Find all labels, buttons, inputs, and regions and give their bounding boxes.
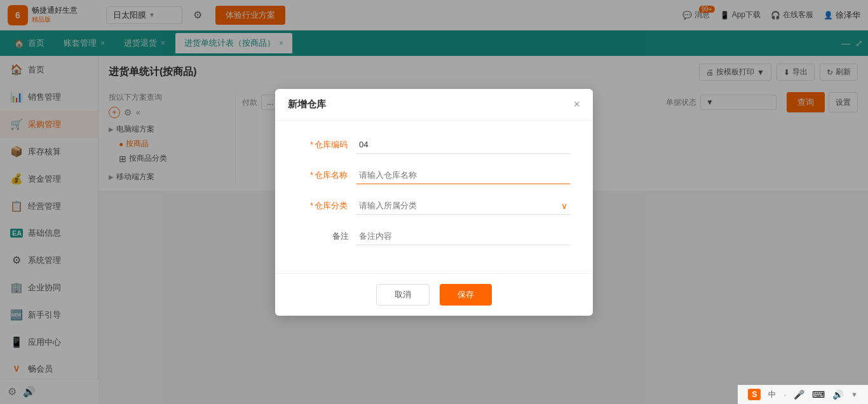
form-row-name: *仓库名称 [298, 166, 570, 184]
dot-separator: · [783, 390, 786, 400]
category-label: *仓库分类 [298, 200, 349, 212]
cancel-button[interactable]: 取消 [376, 284, 430, 306]
note-label: 备注 [298, 231, 349, 242]
dropdown-arrow-icon[interactable]: ▼ [851, 391, 858, 398]
name-input[interactable] [356, 166, 570, 184]
category-input[interactable] [356, 197, 570, 215]
dialog-footer: 取消 保存 [275, 273, 593, 316]
modal-overlay[interactable]: 新增仓库 × *仓库编码 *仓库名称 *仓库分类 [0, 0, 868, 404]
dialog-header: 新增仓库 × [275, 89, 593, 121]
code-input[interactable] [356, 136, 570, 154]
category-select-wrap: ∨ [356, 197, 570, 215]
chinese-input-icon[interactable]: 中 [768, 389, 776, 400]
note-input[interactable] [356, 227, 570, 245]
form-row-category: *仓库分类 ∨ [298, 197, 570, 215]
name-label: *仓库名称 [298, 170, 349, 181]
dialog-body: *仓库编码 *仓库名称 *仓库分类 ∨ [275, 121, 593, 273]
mic-icon[interactable]: 🎤 [794, 389, 804, 400]
save-button[interactable]: 保存 [440, 284, 492, 306]
keyboard-icon[interactable]: ⌨ [812, 389, 825, 400]
shuang-icon: S [748, 389, 761, 400]
dialog-title: 新增仓库 [288, 98, 326, 111]
new-warehouse-dialog: 新增仓库 × *仓库编码 *仓库名称 *仓库分类 [275, 89, 593, 316]
code-label: *仓库编码 [298, 139, 349, 151]
form-row-note: 备注 [298, 227, 570, 245]
dialog-close-button[interactable]: × [573, 98, 580, 111]
volume-icon[interactable]: 🔊 [832, 389, 843, 400]
bottom-bar: S 中 · 🎤 ⌨ 🔊 ▼ [738, 385, 868, 404]
form-row-code: *仓库编码 [298, 136, 570, 154]
